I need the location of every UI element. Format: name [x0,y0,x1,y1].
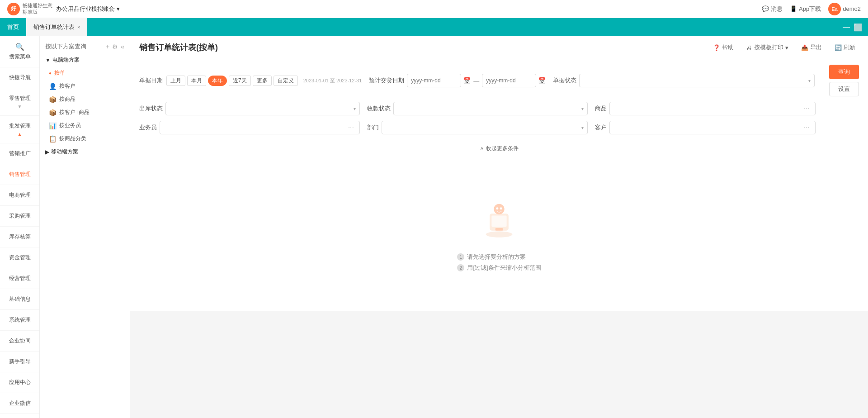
empty-hints: 1 请先选择要分析的方案 2 用[过滤]条件来缩小分析范围 [457,253,541,275]
settings-btn[interactable]: 设置 [829,82,859,96]
left-panel-header-icons: + ⚙ « [106,43,124,50]
delivery-date-start-input[interactable] [407,74,461,87]
chevron-up-icon: ▲ [18,132,22,137]
refresh-btn[interactable]: 🔄 刷新 [831,42,859,53]
sidebar-item-operations[interactable]: 经营管理 [0,268,39,289]
sidebar-item-vip[interactable]: 畅会员 [0,414,39,418]
scheme-settings-btn[interactable]: ⚙ [112,43,118,50]
sidebar-item-ecommerce[interactable]: 电商管理 [0,185,39,206]
scheme-group-pc[interactable]: ▼ 电脑端方案 [40,53,130,66]
period-this-year[interactable]: 本年 [208,76,227,86]
period-more[interactable]: 更多 [253,76,272,86]
dropdown-icon: ▾ [117,5,120,12]
date-period-btns: 上月 本月 本年 近7天 更多 自定义 [166,76,298,86]
customer-select[interactable]: ··· [609,121,816,134]
sidebar-item-wechat[interactable]: 企业微信 [0,393,39,414]
payment-status-arrow: ▾ [581,106,584,111]
scheme-group-mobile-arrow: ▶ [45,149,49,155]
filter-department: 部门 ▾ [367,121,588,134]
top-bar-right: 💬 消息 📱 App下载 Ea demo2 [762,3,861,15]
tab-home[interactable]: 首页 [0,18,26,36]
sidebar-item-retail[interactable]: 零售管理 ▼ [0,88,39,116]
tab-close-btn[interactable]: × [77,24,80,30]
search-icon: 🔍 [15,43,24,51]
print-icon: 🖨 [746,44,752,51]
scheme-item-by-salesperson[interactable]: 📊 按业务员 [40,119,130,132]
svg-point-0 [486,232,512,238]
stock-status-arrow: ▾ [354,106,356,111]
sidebar-item-system[interactable]: 系统管理 [0,310,39,331]
user-menu[interactable]: Ea demo2 [828,3,861,15]
customer-more-btn[interactable]: ··· [802,124,811,132]
scheme-item-by-customer-goods[interactable]: 📦 按客户+商品 [40,106,130,119]
logo-area: 好 畅捷通好生意 标准版 [7,3,52,15]
message-btn[interactable]: 💬 消息 [762,5,783,13]
salesperson-select[interactable]: ··· [160,121,360,134]
sidebar-item-inventory[interactable]: 库存核算 [0,227,39,247]
scheme-item-by-customer[interactable]: 👤 按客户 [40,80,130,93]
left-panel-header: 按以下方案查询 + ⚙ « [40,40,130,53]
page-actions: ❓ 帮助 🖨 按模板打印 ▾ 📤 导出 🔄 刷新 [709,42,859,53]
doc-status-arrow: ▾ [808,78,811,83]
filter-salesperson: 业务员 ··· [139,121,360,134]
scheme-item-by-category[interactable]: 📋 按商品分类 [40,132,130,145]
app-selector[interactable]: 办公用品行业模拟账套 ▾ [56,5,120,13]
sidebar-item-quicknav[interactable]: 快捷导航 [0,67,39,88]
collapse-row[interactable]: ∧ 收起更多条件 [139,140,859,157]
period-custom[interactable]: 自定义 [274,76,298,86]
sidebar-item-purchase[interactable]: 采购管理 [0,206,39,227]
filter-customer: 客户 ··· [595,121,816,134]
tab-sales-order-stats[interactable]: 销售订单统计表 × [26,18,87,36]
maximize-btn[interactable]: ⬜ [854,23,863,32]
export-btn[interactable]: 📤 导出 [797,42,826,53]
delivery-date-start: 📅 [407,74,471,87]
period-last-month[interactable]: 上月 [166,76,185,86]
sidebar-item-sales[interactable]: 销售管理 [0,164,39,185]
app-download-btn[interactable]: 📱 App下载 [790,5,821,13]
refresh-icon: 🔄 [835,44,842,51]
calendar-icon-1[interactable]: 📅 [463,77,471,84]
payment-status-select[interactable]: ▾ [393,102,588,115]
query-btn[interactable]: 查询 [829,65,859,79]
sidebar-item-marketing[interactable]: 营销推广 [0,143,39,164]
sidebar-item-basic[interactable]: 基础信息 [0,289,39,310]
goods-more-btn[interactable]: ··· [802,104,811,113]
svg-rect-6 [495,228,503,231]
goods-select[interactable]: ··· [609,102,816,115]
delivery-date-end-input[interactable] [482,74,536,87]
add-scheme-btn[interactable]: + [106,43,109,50]
sidebar-item-wholesale[interactable]: 批发管理 ▲ [0,116,39,143]
logo-text: 畅捷通好生意 标准版 [23,3,52,14]
filter-row-3: 业务员 ··· 部门 ▾ 客户 [139,121,859,134]
template-print-btn[interactable]: 🖨 按模板打印 ▾ [743,42,792,53]
sidebar-item-finance[interactable]: 资金管理 [0,247,39,268]
collapse-panel-btn[interactable]: « [121,43,124,50]
svg-point-4 [496,207,498,209]
minimize-btn[interactable]: — [843,23,850,31]
empty-illustration [476,199,522,244]
salesperson-more-btn[interactable]: ··· [346,124,356,132]
download-icon: 📱 [790,5,797,12]
page-header: 销售订单统计表(按单) ❓ 帮助 🖨 按模板打印 ▾ 📤 导出 🔄 刷新 [130,36,868,59]
empty-hint-1: 1 请先选择要分析的方案 [457,253,541,261]
help-btn[interactable]: ❓ 帮助 [709,42,737,53]
sidebar-item-newbie[interactable]: 新手引导 [0,352,39,372]
logo-icon: 好 [7,3,20,15]
calendar-icon-2[interactable]: 📅 [538,77,546,84]
empty-hint-2: 2 用[过滤]条件来缩小分析范围 [457,264,541,272]
stock-status-select[interactable]: ▾ [165,102,360,115]
scheme-item-by-order[interactable]: ● 按单 [40,66,130,80]
sidebar-item-search[interactable]: 🔍 搜索菜单 [0,36,39,67]
chevron-down-icon: ▼ [18,104,22,109]
sidebar-item-apps[interactable]: 应用中心 [0,372,39,393]
filter-area: 单据日期 上月 本月 本年 近7天 更多 自定义 2023-01-01 至 20… [130,59,868,162]
filter-stock-status: 出库状态 ▾ [139,102,360,115]
empty-state: 1 请先选择要分析的方案 2 用[过滤]条件来缩小分析范围 [130,162,868,311]
department-select[interactable]: ▾ [382,121,588,134]
period-7days[interactable]: 近7天 [229,76,251,86]
scheme-item-by-goods[interactable]: 📦 按商品 [40,93,130,106]
sidebar-item-enterprise[interactable]: 企业协同 [0,331,39,352]
period-this-month[interactable]: 本月 [187,76,206,86]
doc-status-select[interactable]: ▾ [579,74,815,87]
scheme-group-mobile[interactable]: ▶ 移动端方案 [40,145,130,158]
